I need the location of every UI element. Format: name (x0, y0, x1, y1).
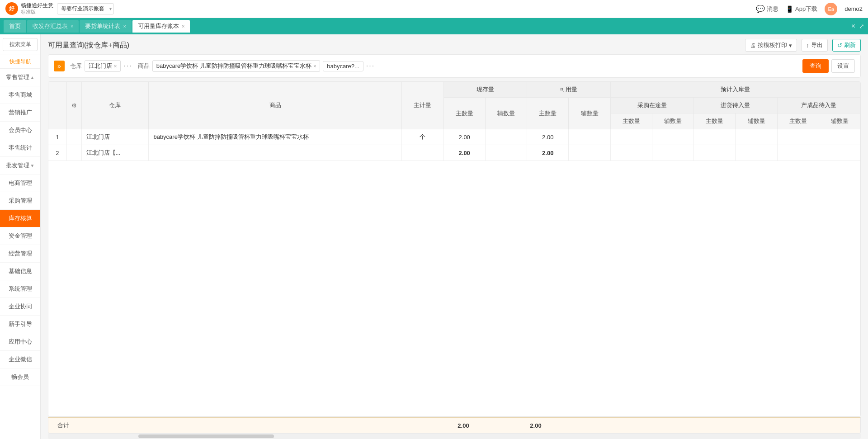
col-available-aux: 辅数量 (569, 98, 610, 129)
filter-actions: 查询 设置 (802, 59, 855, 73)
cell-product: babycare学饮杯 儿童防摔防撞吸管杯重力球吸嘴杯宝宝水杯 (149, 129, 402, 145)
sidebar-item-retail-mgmt[interactable]: 零售管理 ▲ (0, 69, 40, 86)
product-filter-remove-1[interactable]: × (313, 63, 316, 69)
sidebar-app-center-label: 应用中心 (9, 338, 32, 346)
quick-nav-btn[interactable]: 快捷导航 (0, 55, 40, 69)
col-group-available: 可用量 (527, 82, 611, 98)
product-filter-tag-1[interactable]: babycare学饮杯 儿童防摔防撞吸管杯重力球吸嘴杯宝宝水杯 × (152, 60, 321, 72)
tab-available-stock-close[interactable]: × (182, 24, 184, 29)
sidebar-item-new-guide[interactable]: 新手引导 (0, 316, 40, 333)
warehouse-filter-label: 仓库 (70, 62, 82, 70)
product-filter-tag-2[interactable]: babycare?... (323, 61, 363, 71)
sidebar-retail-mgmt-arrow: ▲ (30, 75, 35, 80)
sidebar-item-finance-mgmt[interactable]: 资金管理 (0, 227, 40, 245)
refresh-btn[interactable]: ↺ 刷新 (832, 39, 861, 52)
sidebar-item-stock-check[interactable]: 库存核算 (0, 210, 40, 227)
col-current-aux: 辅数量 (485, 98, 527, 129)
warehouse-filter-remove[interactable]: × (114, 63, 117, 69)
sidebar-item-retail-stats[interactable]: 零售统计 (0, 139, 40, 157)
col-group-purchase-transit: 采购在途量 (610, 98, 694, 113)
cell-gear[interactable] (66, 145, 81, 161)
export-btn[interactable]: ↑ 导出 (802, 39, 828, 52)
message-icon: 💬 (756, 5, 765, 13)
cell-pt-main (610, 129, 652, 145)
filter-bar: » 仓库 江北门店 × ··· 商品 babycare学饮杯 儿童防摔防撞吸管杯… (48, 54, 861, 78)
cell-gear[interactable] (66, 129, 81, 145)
refresh-label: 刷新 (844, 41, 856, 49)
top-bar-right: 💬 消息 📱 App下载 Ea demo2 (756, 3, 863, 15)
message-btn[interactable]: 💬 消息 (756, 5, 778, 13)
tab-order-stat-close[interactable]: × (123, 24, 126, 29)
nav-tabs: 首页 收发存汇总表 × 要货单统计表 × 可用量库存账本 × × ⤢ (0, 18, 868, 34)
industry-select-wrapper[interactable]: 母婴行业演示账套 (57, 3, 114, 14)
tab-receive[interactable]: 收发存汇总表 × (27, 20, 79, 33)
cell-available-aux (569, 129, 610, 145)
avatar: Ea (825, 3, 837, 15)
col-main-unit: 主计量 (402, 82, 443, 129)
col-current-main: 主数量 (443, 98, 485, 129)
query-btn[interactable]: 查询 (802, 59, 829, 73)
warehouse-filter-dots[interactable]: ··· (123, 62, 132, 70)
col-gear[interactable]: ⚙ (66, 82, 81, 129)
warehouse-filter-group: 仓库 江北门店 × ··· (70, 60, 132, 72)
sidebar-wholesale-mgmt-label: 批发管理 (6, 161, 29, 170)
page-title: 可用量查询(按仓库+商品) (48, 41, 129, 50)
search-menu-btn[interactable]: 搜索菜单 (3, 38, 38, 51)
sidebar-item-enterprise-wechat[interactable]: 企业微信 (0, 351, 40, 368)
cell-fin-aux (819, 129, 860, 145)
footer-label: 合计 (53, 421, 143, 430)
col-finished-main: 主数量 (777, 113, 819, 129)
sidebar-finance-mgmt-label: 资金管理 (9, 232, 32, 240)
cell-available-main: 2.00 (527, 145, 569, 161)
table-wrapper: ⚙ 仓库 商品 主计量 现存量 可用量 预计入库量 主数量 辅数量 主数量 辅数… (48, 81, 861, 417)
sidebar-item-purchase-mgmt[interactable]: 采购管理 (0, 192, 40, 210)
sidebar-item-operation-mgmt[interactable]: 经营管理 (0, 245, 40, 263)
product-filter-dots[interactable]: ··· (366, 62, 375, 70)
col-incoming-main: 主数量 (694, 113, 736, 129)
col-incoming-aux: 辅数量 (736, 113, 777, 129)
app-download-icon: 📱 (786, 5, 793, 13)
tab-available-stock[interactable]: 可用量库存账本 × (132, 20, 190, 33)
sidebar-item-marketing[interactable]: 营销推广 (0, 104, 40, 122)
expand-tabs[interactable]: ⤢ (859, 23, 864, 30)
industry-select[interactable]: 母婴行业演示账套 (57, 3, 114, 14)
sidebar-item-vip-member[interactable]: 畅会员 (0, 368, 40, 386)
cell-pt-aux (652, 129, 693, 145)
product-filter-value-2: babycare?... (327, 63, 359, 70)
template-print-btn[interactable]: 🖨 按模板打印 ▾ (745, 39, 797, 52)
sidebar-item-system-mgmt[interactable]: 系统管理 (0, 280, 40, 298)
filter-toggle-btn[interactable]: » (54, 61, 65, 71)
chevron-down-icon: ▾ (789, 42, 792, 49)
scrollbar-thumb[interactable] (138, 434, 274, 438)
col-purchase-transit-aux: 辅数量 (652, 113, 693, 129)
col-group-current: 现存量 (443, 82, 527, 98)
warehouse-filter-value: 江北门店 (89, 62, 112, 70)
sidebar-item-member-center[interactable]: 会员中心 (0, 122, 40, 139)
col-group-finished: 产成品待入量 (777, 98, 860, 113)
sidebar-item-app-center[interactable]: 应用中心 (0, 333, 40, 351)
app-download-label: App下载 (795, 5, 817, 13)
tab-home[interactable]: 首页 (4, 20, 26, 33)
sidebar-basic-info-label: 基础信息 (9, 267, 32, 275)
sidebar-item-enterprise-coop[interactable]: 企业协同 (0, 298, 40, 316)
close-all-tabs[interactable]: × (851, 22, 855, 30)
template-print-label: 按模板打印 (758, 41, 787, 49)
warehouse-filter-tag[interactable]: 江北门店 × (85, 60, 121, 72)
username[interactable]: demo2 (844, 5, 863, 12)
cell-seq: 1 (48, 129, 66, 145)
content-area: 可用量查询(按仓库+商品) 🖨 按模板打印 ▾ ↑ 导出 ↺ 刷新 » (41, 34, 868, 439)
page-actions: 🖨 按模板打印 ▾ ↑ 导出 ↺ 刷新 (745, 39, 861, 52)
settings-btn[interactable]: 设置 (831, 59, 855, 73)
footer-current-main: 2.00 (445, 422, 481, 429)
col-warehouse: 仓库 (81, 82, 149, 129)
sidebar-item-retail-mall[interactable]: 零售商城 (0, 86, 40, 104)
tab-order-stat[interactable]: 要货单统计表 × (80, 20, 131, 33)
cell-product (149, 145, 402, 161)
tab-receive-close[interactable]: × (71, 24, 73, 29)
sidebar-item-ecommerce[interactable]: 电商管理 (0, 175, 40, 192)
app-download-btn[interactable]: 📱 App下载 (786, 5, 817, 13)
cell-main-unit: 个 (402, 129, 443, 145)
horizontal-scrollbar[interactable] (48, 434, 861, 439)
sidebar-item-basic-info[interactable]: 基础信息 (0, 263, 40, 280)
sidebar-item-wholesale-mgmt[interactable]: 批发管理 ▼ (0, 157, 40, 175)
